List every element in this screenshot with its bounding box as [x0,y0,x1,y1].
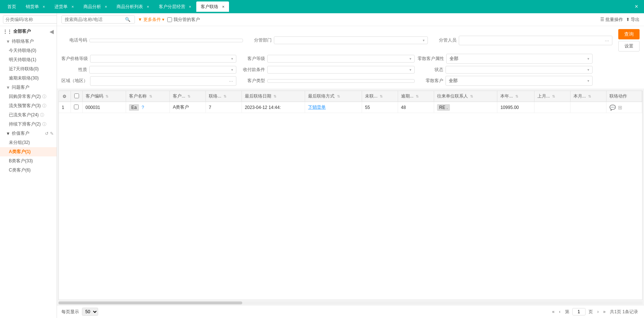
value-refresh-icon[interactable]: ↺ [45,131,49,136]
td-checkbox [71,102,82,113]
more-filters-btn[interactable]: ▼ 更多条件 ▾ [138,17,164,23]
nav-tab-goods-analysis[interactable]: 商品分析 × [79,1,111,12]
close-customer-contact-tab[interactable]: × [222,4,224,9]
page-size-select[interactable]: 50 [82,308,98,316]
pending-contact-label: 待联络客户 [12,38,34,45]
sidebar-item-b-class[interactable]: B类客户(33) [0,156,57,166]
sidebar-item-ungraded[interactable]: 未分组(32) [0,138,57,147]
retail-attr-value: 全部 [450,56,458,62]
dept-select[interactable]: ▾ [274,36,427,44]
payment-select[interactable]: ▾ [267,66,414,74]
customer-type-input[interactable] [267,79,414,83]
prev-page-btn[interactable]: ‹ [558,308,562,315]
setting-button[interactable]: 设置 [618,41,640,52]
customer-grade-select[interactable]: ▾ [267,55,414,63]
close-customer-tier-tab[interactable]: × [189,4,191,9]
filter-cell-retail-attr: 零散客户属性 全部 ▾ [418,54,593,64]
customer-name-value[interactable]: ? [142,105,144,110]
sort-uncontacted[interactable]: ⇅ [380,94,383,98]
last-contact-method-link[interactable]: 下销货单 [308,105,326,110]
sidebar-search-input[interactable] [3,15,57,24]
sidebar-item-declining[interactable]: 持续下滑客户(2) ⓘ [0,120,57,129]
my-customers-checkbox[interactable] [167,17,172,22]
nav-tab-customer-contact[interactable]: 客户联络 × [196,1,229,12]
contact-person-value: RE . [437,104,450,111]
filter-row-1: 电话号码 分管部门 ▾ 分管人员 ··· 查询 设置 [61,29,640,52]
more-filters-label: 更多条件 [143,17,161,23]
th-actions: 联络动作 [606,91,642,102]
sidebar-item-churned[interactable]: 已流失客户(24) ⓘ [0,110,57,120]
nav-tab-sales-label: 销货单 [26,4,39,10]
sort-overdue[interactable]: ⇅ [416,94,419,98]
qr-icon[interactable]: ⊞ [618,105,622,110]
value-edit-icon[interactable]: ✎ [50,131,54,136]
td-uncontacted: 55 [362,102,398,113]
main-search-icon[interactable]: 🔍 [125,17,130,22]
last-page-btn[interactable]: » [602,308,607,315]
person-input[interactable]: ··· [459,36,612,45]
nature-select[interactable]: ▾ [89,66,236,74]
price-grade-select[interactable]: ▾ [90,55,236,63]
retail-attr-select[interactable]: 全部 ▾ [446,54,593,64]
nav-tab-home[interactable]: 首页 [3,1,21,12]
th-checkbox[interactable] [71,91,82,102]
main-search-input[interactable] [65,17,124,22]
chat-icon[interactable]: 💬 [609,105,616,110]
nav-tab-sales[interactable]: 销货单 × [21,1,49,12]
close-goods-list-tab[interactable]: × [147,4,149,9]
batch-operation-btn[interactable]: ☰ 批量操作 [600,17,623,23]
sort-customer-code[interactable]: ⇅ [105,94,108,98]
sidebar-item-overdue[interactable]: 逾期未联络(30) [0,74,57,83]
first-page-btn[interactable]: « [551,308,556,315]
pending-contact-group[interactable]: ▼ 待联络客户 [0,37,57,46]
sidebar-item-today[interactable]: 今天待联络(0) [0,46,57,55]
sidebar-item-c-class[interactable]: C类客户(6) [0,166,57,175]
filter-cell-dept: 分管部门 ▾ [246,36,427,44]
query-btn-area: 查询 设置 [618,29,640,52]
th-gear[interactable]: ⚙ [59,91,71,102]
region-label: 区域（地区） [61,78,88,84]
value-customers-group[interactable]: ▼ 价值客户 ↺ ✎ [0,129,57,138]
export-btn[interactable]: ⬆ 导出 [626,17,640,23]
close-sales-tab[interactable]: × [43,4,45,9]
sidebar-item-a-class[interactable]: A类客户(1) [0,147,57,156]
region-input[interactable]: ··· [90,76,236,86]
td-last-contact-method: 下销货单 [305,102,362,113]
all-customers-label: 全部客户 [13,28,31,35]
close-goods-analysis-tab[interactable]: × [105,4,107,9]
sort-contact-count[interactable]: ⇅ [223,94,226,98]
sidebar-collapse-btn[interactable]: ◀ [50,29,54,35]
sort-last-contact-date[interactable]: ⇅ [273,94,276,98]
sidebar-item-tomorrow[interactable]: 明天待联络(1) [0,55,57,64]
problem-customers-group[interactable]: ▼ 问题客户 [0,83,57,92]
churned-label: 已流失客户(24) [9,112,39,118]
sidebar-item-repurchase[interactable]: 回购异常客户(2) ⓘ [0,92,57,101]
sort-customer-name[interactable]: ⇅ [149,94,152,98]
close-purchase-tab[interactable]: × [71,4,74,9]
sort-last-contact-method[interactable]: ⇅ [337,94,340,98]
sort-contact-person[interactable]: ⇅ [470,94,473,98]
sort-this-year[interactable]: ⇅ [515,94,518,98]
retail-customer-select[interactable]: 全部 ▾ [446,76,593,86]
sidebar-item-7days[interactable]: 近7天待联络(0) [0,64,57,74]
phone-input[interactable] [89,39,243,42]
horizontal-scrollbar[interactable] [58,301,643,304]
sort-customer-type[interactable]: ⇅ [187,94,190,98]
select-all-checkbox[interactable] [74,93,79,98]
nav-tab-purchase[interactable]: 进货单 × [50,1,78,12]
nav-tab-goods-analysis-label: 商品分析 [83,4,101,10]
sort-this-month[interactable]: ⇅ [588,94,591,98]
status-select[interactable]: ▾ [446,66,593,74]
sidebar-item-churn-warning[interactable]: 流失预警客户(3) ⓘ [0,101,57,110]
nav-tab-customer-tier[interactable]: 客户分层经营 × [154,1,196,12]
query-button[interactable]: 查询 [618,29,640,39]
page-number-input[interactable] [572,308,586,315]
row-checkbox[interactable] [74,105,79,109]
all-customers-header[interactable]: ⋮⋮ 全部客户 ◀ [0,26,57,37]
sort-last-month[interactable]: ⇅ [552,94,555,98]
next-page-btn[interactable]: › [596,308,600,315]
scrollbar-thumb[interactable] [58,301,242,304]
close-all-button[interactable]: × [632,2,641,11]
th-this-year: 本年... ⇅ [497,91,534,102]
nav-tab-goods-list[interactable]: 商品分析列表 × [112,1,153,12]
